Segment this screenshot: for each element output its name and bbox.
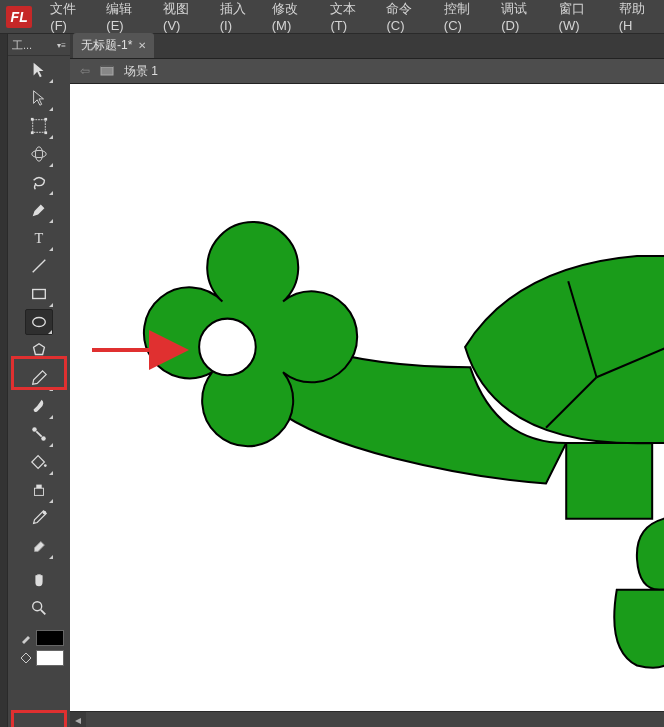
scroll-left-icon[interactable]: ◂ bbox=[70, 712, 86, 727]
subselection-tool[interactable] bbox=[25, 85, 53, 111]
ink-bottle-tool[interactable] bbox=[25, 477, 53, 503]
tools-panel: 工... ▾≡ T bbox=[8, 34, 70, 727]
tab-close-icon[interactable]: ✕ bbox=[138, 40, 146, 51]
horizontal-scrollbar[interactable]: ◂ bbox=[70, 711, 664, 727]
three-d-rotation-tool[interactable] bbox=[25, 141, 53, 167]
hand-tool[interactable] bbox=[25, 567, 53, 593]
oval-tool[interactable] bbox=[25, 309, 53, 335]
svg-line-14 bbox=[36, 431, 41, 436]
svg-rect-17 bbox=[36, 485, 41, 489]
paint-bucket-tool[interactable] bbox=[25, 449, 53, 475]
canvas-wrap: ◂ bbox=[70, 84, 664, 727]
selection-tool[interactable] bbox=[25, 57, 53, 83]
free-transform-tool[interactable] bbox=[25, 113, 53, 139]
tab-bar: 无标题-1* ✕ bbox=[70, 34, 664, 58]
main-area: 工... ▾≡ T bbox=[0, 34, 664, 727]
svg-rect-16 bbox=[35, 488, 44, 495]
panel-menu-icon[interactable]: ▾≡ bbox=[57, 41, 66, 50]
tools-panel-header[interactable]: 工... ▾≡ bbox=[8, 36, 70, 56]
stage-canvas[interactable] bbox=[70, 84, 664, 711]
svg-rect-3 bbox=[31, 131, 34, 134]
left-gutter bbox=[0, 34, 8, 727]
svg-rect-1 bbox=[31, 118, 34, 121]
svg-point-15 bbox=[44, 464, 47, 467]
svg-point-12 bbox=[32, 427, 37, 432]
scene-icon bbox=[100, 64, 114, 78]
document-area: 无标题-1* ✕ ⇦ 场景 1 bbox=[70, 34, 664, 727]
lasso-tool[interactable] bbox=[25, 169, 53, 195]
eyedropper-tool[interactable] bbox=[25, 505, 53, 531]
eraser-tool[interactable] bbox=[25, 533, 53, 559]
pen-tool[interactable] bbox=[25, 197, 53, 223]
fill-color-swatch[interactable] bbox=[36, 650, 64, 666]
tools-panel-title: 工... bbox=[12, 38, 32, 53]
svg-point-13 bbox=[41, 436, 46, 441]
polystar-tool[interactable] bbox=[25, 337, 53, 363]
svg-line-8 bbox=[33, 260, 46, 273]
rectangle-tool[interactable] bbox=[25, 281, 53, 307]
brush-tool[interactable] bbox=[25, 393, 53, 419]
svg-rect-0 bbox=[33, 120, 46, 133]
svg-point-6 bbox=[35, 147, 42, 161]
text-tool[interactable]: T bbox=[25, 225, 53, 251]
svg-point-19 bbox=[33, 602, 42, 611]
stroke-color-swatch[interactable] bbox=[36, 630, 64, 646]
svg-rect-21 bbox=[101, 67, 113, 75]
svg-rect-22 bbox=[101, 65, 113, 67]
menubar: FL 文件(F) 编辑(E) 视图(V) 插入(I) 修改(M) 文本(T) 命… bbox=[0, 0, 664, 34]
svg-point-26 bbox=[199, 319, 256, 376]
turtle-drawing bbox=[70, 84, 664, 711]
bone-tool[interactable] bbox=[25, 421, 53, 447]
svg-line-20 bbox=[41, 610, 46, 615]
svg-rect-2 bbox=[44, 118, 47, 121]
document-tab[interactable]: 无标题-1* ✕ bbox=[73, 33, 154, 58]
zoom-tool[interactable] bbox=[25, 595, 53, 621]
svg-text:T: T bbox=[35, 230, 44, 246]
pencil-tool[interactable] bbox=[25, 365, 53, 391]
line-tool[interactable] bbox=[25, 253, 53, 279]
svg-rect-9 bbox=[33, 290, 46, 299]
app-logo: FL bbox=[6, 6, 32, 28]
svg-point-5 bbox=[32, 150, 46, 157]
scene-bar: ⇦ 场景 1 bbox=[70, 58, 664, 84]
stroke-color-icon bbox=[20, 632, 32, 644]
svg-marker-11 bbox=[34, 344, 45, 355]
scene-back-icon[interactable]: ⇦ bbox=[80, 64, 90, 78]
svg-point-18 bbox=[43, 511, 47, 515]
scene-label[interactable]: 场景 1 bbox=[124, 63, 158, 80]
document-tab-title: 无标题-1* bbox=[81, 37, 132, 54]
svg-rect-4 bbox=[44, 131, 47, 134]
svg-point-10 bbox=[33, 318, 46, 327]
fill-color-icon bbox=[20, 652, 32, 664]
color-swatches bbox=[8, 630, 70, 666]
